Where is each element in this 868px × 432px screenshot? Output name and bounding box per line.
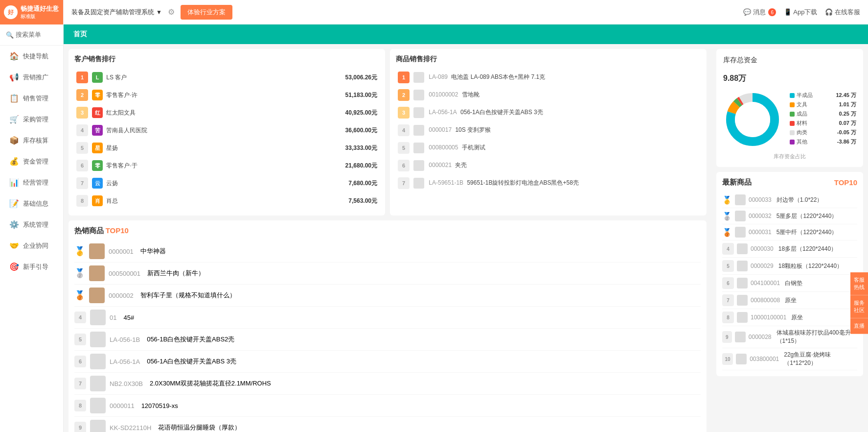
app-download-link[interactable]: 📱 App下载: [784, 8, 817, 17]
legend-label-text: 其他: [797, 138, 807, 145]
dropdown-chevron-icon: ▼: [156, 9, 162, 16]
product-name: 5厘中纤（1220*2440）: [777, 228, 838, 237]
avatar: 肖: [92, 195, 103, 206]
product-name: 原坐: [791, 313, 803, 322]
rank-number: 5: [722, 260, 734, 272]
product-image: [737, 312, 748, 323]
table-row: 4 苦 苦南县人民医院 36,600.00元: [74, 121, 379, 139]
list-item: 6 004100001 白钢垫: [722, 275, 857, 292]
hot-products-title: 热销商品: [74, 226, 104, 235]
product-code: LA-056-1A: [429, 109, 457, 116]
amount: 7,680.00元: [270, 174, 379, 192]
product-code: 0000011: [110, 402, 135, 409]
search-menu-button[interactable]: 🔍 搜索菜单: [4, 28, 59, 41]
trial-plan-button[interactable]: 体验行业方案: [181, 5, 232, 20]
sidebar-item-label: 库存核算: [23, 136, 48, 145]
message-area[interactable]: 💬 消息 6: [743, 8, 776, 17]
float-btn-community[interactable]: 服务社区: [850, 295, 868, 318]
system-title-dropdown[interactable]: 装备及固定资产辅助管理系统 ▼: [71, 8, 162, 17]
product-img: [413, 178, 424, 189]
list-item: 6 LA-056-1A 056-1A白色按键开关盖ABS 3壳: [74, 351, 701, 373]
sidebar: 好 畅捷通好生意 标准版 🔍 搜索菜单 🏠 快捷导航 📢 营销推广 📋 销售管理…: [0, 0, 64, 432]
rank-number: 7: [74, 378, 86, 389]
table-row: 6 零 零售客户·于 21,680.00元: [74, 157, 379, 174]
table-row: 2 零 零售客户·许 51,183.00元: [74, 86, 379, 104]
donut-svg: [723, 90, 782, 149]
rank-number: 6: [722, 277, 734, 289]
list-item: 🥉 0000002 智利车子里（规格不知道填什么）: [74, 285, 701, 307]
search-icon: 🔍: [6, 31, 14, 39]
customer-name: 红太阳文具: [106, 109, 136, 116]
search-area[interactable]: 🔍 搜索菜单: [0, 24, 63, 46]
medal-silver-icon: 🥈: [74, 268, 85, 279]
product-name: 新西兰牛肉（新牛）: [147, 269, 205, 278]
sidebar-item-finance[interactable]: 💰 资金管理: [0, 151, 63, 172]
system-title-text: 装备及固定资产辅助管理系统: [71, 8, 154, 17]
product-image: [89, 265, 105, 281]
sidebar-item-purchase[interactable]: 🛒 采购管理: [0, 109, 63, 130]
list-item: 🥇 0000001 中华神器: [74, 240, 701, 263]
product-name: 056-1A白色按键开关盖ABS 3壳: [460, 109, 543, 116]
sidebar-item-basic-info[interactable]: 📝 基础信息: [0, 193, 63, 214]
app-subtitle: 标准版: [21, 13, 59, 20]
legend-value-text: 1.01 万: [839, 101, 856, 108]
svg-point-5: [735, 102, 770, 137]
product-code: 0000032: [749, 213, 772, 219]
sidebar-item-system[interactable]: ⚙️ 系统管理: [0, 214, 63, 235]
medal-gold-icon: 🥇: [722, 195, 732, 205]
topbar: 装备及固定资产辅助管理系统 ▼ ⚙ 体验行业方案 💬 消息 6 📱 App下载 …: [64, 0, 868, 24]
table-row: 5 星 星扬 33,333.00元: [74, 139, 379, 157]
rank-number: 4: [76, 124, 88, 136]
sidebar-item-guide[interactable]: 🎯 新手引导: [0, 256, 63, 277]
product-code: 0000002: [109, 292, 134, 299]
sidebar-item-marketing[interactable]: 📢 营销推广: [0, 67, 63, 88]
settings-icon[interactable]: ⚙: [168, 7, 175, 17]
sidebar-item-sales[interactable]: 📋 销售管理: [0, 88, 63, 109]
rank-number: 8: [722, 312, 734, 323]
product-name: 花语萌恒温分腿睡袋（厚款）: [158, 423, 241, 432]
message-label: 消息: [753, 8, 766, 16]
table-row: 4 0000017 10S 变刹罗猴: [396, 121, 701, 139]
online-service-link[interactable]: 🎧 在线客服: [825, 8, 860, 17]
sidebar-item-inventory[interactable]: 📦 库存核算: [0, 130, 63, 151]
legend-label-text: 文具: [797, 101, 807, 108]
rank-number: 2: [398, 89, 410, 101]
tab-home[interactable]: 首页: [64, 24, 97, 44]
product-code: 000500001: [109, 270, 140, 277]
rank-number: 6: [398, 160, 410, 171]
product-name: 5厘多层（1220*2440）: [777, 212, 838, 220]
rank-number: 4: [74, 312, 86, 323]
sidebar-item-management[interactable]: 📊 经营管理: [0, 172, 63, 193]
legend-label-text: 半成品: [797, 92, 813, 99]
new-products-header: 最新商品 TOP10: [722, 178, 857, 187]
goods-ranking-title: 商品销售排行: [396, 55, 701, 64]
rank-number: 7: [722, 294, 734, 306]
list-item: 9 KK-SD22110H 花语萌恒温分腿睡袋（厚款）: [74, 417, 701, 432]
legend-color-dot: [790, 121, 795, 126]
customer-ranking-card: 客户销售排行 1 L LS 客户 53,006.26元 2 零 零售客户·许 5…: [69, 49, 385, 216]
rank-number: 6: [76, 160, 88, 171]
sidebar-item-quick-nav[interactable]: 🏠 快捷导航: [0, 46, 63, 67]
sidebar-item-collab[interactable]: 🤝 企业协同: [0, 235, 63, 256]
hot-products-list: 🥇 0000001 中华神器 🥈 000500001 新西兰牛肉（新牛） 🥉 0…: [74, 240, 701, 432]
inventory-icon: 📦: [9, 136, 19, 145]
product-img: [413, 143, 424, 153]
list-item: 🥈 000500001 新西兰牛肉（新牛）: [74, 263, 701, 285]
management-icon: 📊: [9, 178, 19, 187]
product-image: [90, 310, 106, 325]
legend-item: 成品 0.25 万: [790, 110, 856, 118]
product-code: 001000002: [429, 91, 458, 98]
list-item: 5 0000029 18颗粒板（1220*2440）: [722, 258, 857, 275]
hot-products-header: 热销商品 TOP10: [74, 226, 701, 236]
sidebar-item-label: 基础信息: [23, 199, 48, 208]
product-name: 18颗粒板（1220*2440）: [778, 262, 843, 270]
product-image: [90, 398, 106, 413]
purchase-icon: 🛒: [9, 115, 19, 124]
guide-icon: 🎯: [9, 262, 19, 271]
product-code: LA-056-1B: [110, 336, 140, 343]
float-btn-service[interactable]: 客服热线: [850, 272, 868, 295]
table-row: 2 001000002 雪地靴: [396, 86, 701, 104]
list-item: 7 000800008 原坐: [722, 292, 857, 309]
rank-number: 1: [398, 72, 410, 83]
float-btn-live[interactable]: 直播: [850, 318, 868, 334]
